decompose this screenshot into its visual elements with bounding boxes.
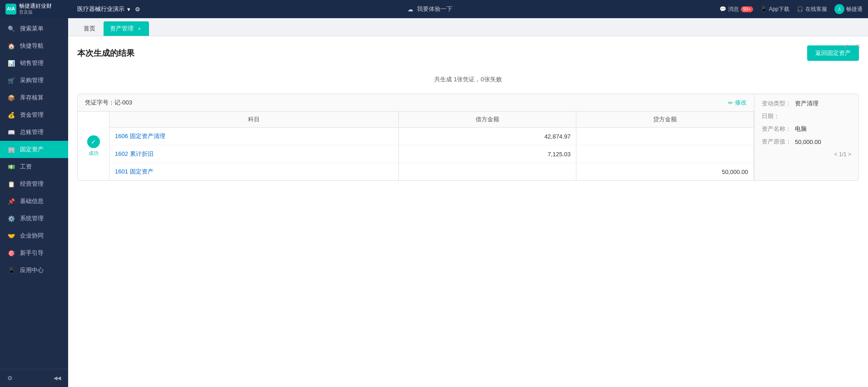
sidebar-item-purchase[interactable]: 🛒 采购管理: [0, 72, 68, 89]
edit-label: 修改: [735, 99, 747, 107]
sidebar-item-system[interactable]: ⚙️ 系统管理: [0, 210, 68, 227]
sidebar-item-sales[interactable]: 📊 销售管理: [0, 55, 68, 72]
settings-icon[interactable]: ⚙: [135, 6, 140, 13]
voucher-body: ✓ 成功 科目 借方金额 贷方: [78, 112, 754, 180]
user-area[interactable]: 人 畅捷通: [834, 4, 863, 14]
sidebar-item-operations[interactable]: 📋 经营管理: [0, 175, 68, 193]
subject-2: 1602 累计折旧: [109, 145, 399, 163]
sidebar-label-basic-info: 基础信息: [20, 197, 44, 205]
sidebar-item-inventory[interactable]: 📦 库存核算: [0, 89, 68, 106]
app-center-icon: 📱: [7, 266, 15, 274]
debit-2: 7,125.03: [399, 145, 576, 163]
sidebar-label-fund: 资金管理: [20, 111, 44, 119]
sidebar-item-guide[interactable]: 🎯 新手引导: [0, 244, 68, 262]
success-label: 成功: [89, 150, 99, 157]
avatar: 人: [834, 4, 844, 14]
summary-text: 共生成 1张凭证，0张失败: [434, 76, 501, 83]
date-row: 日期：: [762, 112, 851, 120]
sidebar-item-cooperation[interactable]: 🤝 企业协同: [0, 227, 68, 244]
settings-bottom-icon[interactable]: ⚙: [7, 375, 13, 382]
original-value-label: 资产原值：: [762, 138, 791, 146]
cloud-icon: ☁: [407, 6, 413, 13]
collapse-icon[interactable]: ◀◀: [54, 375, 61, 381]
sidebar-item-fixed-assets[interactable]: 🏢 固定资产: [0, 141, 68, 158]
message-icon: 💬: [719, 6, 726, 12]
sidebar-item-payroll[interactable]: 💵 工资: [0, 158, 68, 175]
app-name: 畅捷通好业财: [19, 3, 52, 9]
panel-close-button[interactable]: ×: [853, 41, 863, 52]
result-summary: 共生成 1张凭证，0张失败: [77, 70, 859, 89]
voucher-section: 凭证字号：记-003 ✏ 修改 ✓ 成功: [77, 94, 859, 181]
subject-3: 1601 固定资产: [109, 163, 399, 181]
detail-pagination[interactable]: < 1/1 >: [762, 151, 851, 158]
sidebar-item-search[interactable]: 🔍 搜索菜单: [0, 20, 68, 37]
sidebar-label-inventory: 库存核算: [20, 94, 44, 102]
headset-icon: 🎧: [797, 6, 804, 12]
voucher-left: 凭证字号：记-003 ✏ 修改 ✓ 成功: [78, 94, 754, 180]
operations-icon: 📋: [7, 180, 15, 188]
user-name: 畅捷通: [846, 5, 863, 13]
sidebar-label-sales: 销售管理: [20, 59, 44, 67]
online-service-button[interactable]: 🎧 在线客服: [797, 5, 827, 13]
header-right: 💬 消息 99+ 📱 App下载 🎧 在线客服 人 畅捷通: [719, 4, 863, 14]
sidebar-item-quick-nav[interactable]: 🏠 快捷导航: [0, 37, 68, 55]
panel-expand-button[interactable]: ⤢: [841, 41, 852, 52]
change-type-label: 变动类型：: [762, 99, 791, 108]
asset-name-value: 电脑: [795, 125, 807, 133]
success-icon: ✓: [87, 135, 100, 148]
header-center: ☁ 我要体验一下: [140, 5, 719, 13]
tab-asset-management[interactable]: 资产管理 ×: [104, 21, 149, 36]
sidebar-label-operations: 经营管理: [20, 180, 44, 188]
fund-icon: 💰: [7, 111, 15, 119]
sidebar-item-basic-info[interactable]: 📌 基础信息: [0, 193, 68, 210]
logo-icon: AtA: [5, 4, 16, 15]
sidebar: 🔍 搜索菜单 🏠 快捷导航 📊 销售管理 🛒 采购管理 📦 库存核算 💰 资金管…: [0, 18, 68, 387]
sidebar-item-fund[interactable]: 💰 资金管理: [0, 106, 68, 124]
company-name: 医疗器械行业演示: [77, 5, 124, 13]
page-content: ⤢ × 本次生成的结果 返回固定资产 共生成 1张凭证，0张失败 凭证字号：记-: [68, 36, 868, 387]
message-badge: 99+: [741, 6, 753, 12]
pagination-prev[interactable]: <: [834, 151, 838, 158]
sales-icon: 📊: [7, 59, 15, 67]
sidebar-item-ledger[interactable]: 📖 总账管理: [0, 124, 68, 141]
logo-area: AtA 畅捷通好业财 普及版: [5, 3, 74, 15]
change-type-value: 资产清理: [795, 99, 818, 108]
edit-button[interactable]: ✏ 修改: [728, 99, 747, 107]
app-download-button[interactable]: 📱 App下载: [760, 5, 789, 13]
online-service-label: 在线客服: [805, 5, 827, 13]
tab-bar: 首页 资产管理 ×: [68, 18, 868, 36]
edit-icon: ✏: [728, 99, 733, 106]
debit-3: [399, 163, 576, 181]
sidebar-label-purchase: 采购管理: [20, 76, 44, 84]
message-button[interactable]: 💬 消息 99+: [719, 5, 753, 13]
ledger-icon: 📖: [7, 128, 15, 136]
credit-2: [576, 145, 754, 163]
sidebar-label-search: 搜索菜单: [20, 25, 44, 33]
content-area: 首页 资产管理 × ⤢ × 本次生成的结果 返回固定资产 共生成 1张凭证，0张…: [68, 18, 868, 387]
sidebar-bottom: ⚙ ◀◀: [0, 369, 68, 387]
date-label: 日期：: [762, 112, 779, 120]
system-icon: ⚙️: [7, 214, 15, 223]
sidebar-label-system: 系统管理: [20, 214, 44, 223]
company-selector[interactable]: 医疗器械行业演示 ▾ ⚙: [77, 5, 140, 13]
tab-asset-label: 资产管理: [110, 25, 134, 33]
basic-info-icon: 📌: [7, 197, 15, 205]
tab-home[interactable]: 首页: [77, 21, 102, 36]
purchase-icon: 🛒: [7, 76, 15, 84]
page-header: 本次生成的结果 返回固定资产: [77, 45, 859, 61]
sidebar-label-payroll: 工资: [20, 163, 32, 171]
pagination-next[interactable]: >: [848, 151, 851, 158]
credit-3: 50,000.00: [576, 163, 754, 181]
sidebar-label-fixed-assets: 固定资产: [20, 145, 44, 154]
pagination-info: 1/1: [839, 151, 848, 158]
sidebar-label-guide: 新手引导: [20, 249, 44, 257]
try-label[interactable]: 我要体验一下: [417, 5, 452, 13]
change-type-row: 变动类型： 资产清理: [762, 99, 851, 108]
app-download-label: App下载: [769, 5, 789, 13]
tab-close-icon[interactable]: ×: [136, 25, 143, 32]
table-row: 1602 累计折旧 7,125.03: [109, 145, 754, 163]
app-edition: 普及版: [19, 9, 52, 15]
sidebar-item-app-center[interactable]: 📱 应用中心: [0, 262, 68, 279]
table-row: 1606 固定资产清理 42,874.97: [109, 128, 754, 145]
fixed-assets-icon: 🏢: [7, 145, 15, 154]
